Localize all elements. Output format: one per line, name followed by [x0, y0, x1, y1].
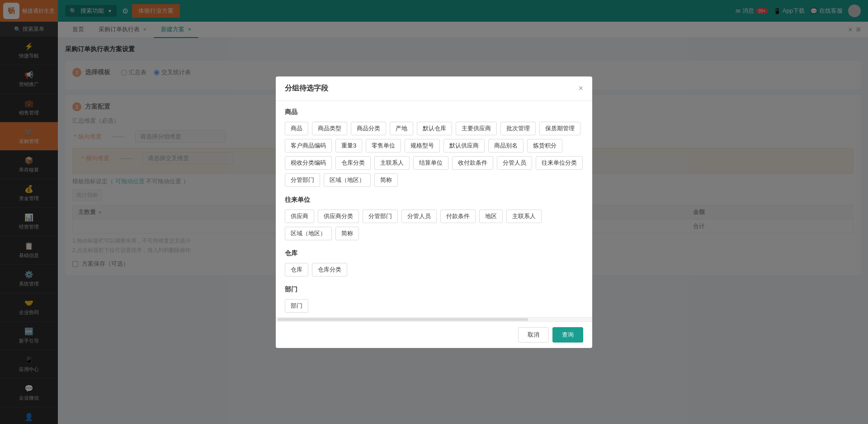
field-item[interactable]: 分管人员	[497, 156, 532, 170]
field-item[interactable]: 保质期管理	[539, 122, 580, 135]
modal: 分组待选字段 × 商品 商品 商品类型 商品分类 产地 默认仓库 主要供应商 批…	[276, 76, 592, 348]
field-item[interactable]: 重量3	[335, 139, 362, 152]
field-item[interactable]: 往来单位分类	[536, 156, 583, 170]
field-item[interactable]: 主联系人	[506, 210, 542, 223]
field-item[interactable]: 默认仓库	[417, 122, 452, 135]
field-item[interactable]: 商品别名	[488, 139, 524, 152]
modal-close-button[interactable]: ×	[578, 84, 583, 93]
scrollbar-thumb-h	[278, 318, 528, 321]
field-item[interactable]: 仓库分类	[335, 156, 371, 170]
modal-title: 分组待选字段	[285, 84, 328, 93]
field-item[interactable]: 部门	[285, 299, 308, 313]
field-item[interactable]: 批次管理	[500, 122, 536, 135]
field-item[interactable]: 分管人员	[401, 210, 437, 223]
field-items-department: 部门	[285, 299, 583, 313]
field-group-warehouse-title: 仓库	[285, 249, 583, 257]
field-group-partner: 往来单位 供应商 供应商分类 分管部门 分管人员 付款条件 地区 主联系人 区域…	[285, 196, 583, 240]
field-item[interactable]: 结算单位	[413, 156, 448, 170]
field-item[interactable]: 商品分类	[351, 122, 386, 135]
field-item[interactable]: 产地	[390, 122, 413, 135]
modal-header: 分组待选字段 ×	[276, 76, 592, 101]
field-item[interactable]: 简称	[374, 173, 398, 187]
field-item[interactable]: 收付款条件	[452, 156, 493, 170]
modal-body: 商品 商品 商品类型 商品分类 产地 默认仓库 主要供应商 批次管理 保质期管理…	[276, 101, 592, 318]
field-item[interactable]: 分管部门	[285, 173, 320, 187]
field-item[interactable]: 主联系人	[374, 156, 410, 170]
field-item[interactable]: 规格型号	[405, 139, 440, 152]
field-item[interactable]: 主要供应商	[456, 122, 497, 135]
field-item[interactable]: 付款条件	[440, 210, 476, 223]
field-item[interactable]: 税收分类编码	[285, 156, 332, 170]
modal-overlay: 分组待选字段 × 商品 商品 商品类型 商品分类 产地 默认仓库 主要供应商 批…	[0, 0, 868, 424]
field-item[interactable]: 供应商	[285, 210, 314, 223]
field-item[interactable]: 默认供应商	[443, 139, 485, 152]
field-group-partner-title: 往来单位	[285, 196, 583, 204]
field-item[interactable]: 零售单位	[366, 139, 401, 152]
field-item[interactable]: 客户商品编码	[285, 139, 332, 152]
field-items-goods: 商品 商品类型 商品分类 产地 默认仓库 主要供应商 批次管理 保质期管理 客户…	[285, 122, 583, 187]
modal-scrollbar-h[interactable]	[276, 317, 592, 321]
field-group-goods-title: 商品	[285, 108, 583, 116]
field-items-warehouse: 仓库 仓库分类	[285, 263, 583, 276]
field-item[interactable]: 区域（地区）	[285, 227, 332, 240]
field-group-department-title: 部门	[285, 286, 583, 294]
field-group-warehouse: 仓库 仓库 仓库分类	[285, 249, 583, 276]
field-item[interactable]: 仓库分类	[312, 263, 347, 276]
field-item[interactable]: 仓库	[285, 263, 308, 276]
field-group-goods: 商品 商品 商品类型 商品分类 产地 默认仓库 主要供应商 批次管理 保质期管理…	[285, 108, 583, 187]
field-items-partner: 供应商 供应商分类 分管部门 分管人员 付款条件 地区 主联系人 区域（地区） …	[285, 210, 583, 240]
field-item[interactable]: 地区	[479, 210, 503, 223]
field-group-department: 部门 部门	[285, 286, 583, 313]
field-item[interactable]: 区域（地区）	[324, 173, 371, 187]
field-item[interactable]: 炼货积分	[527, 139, 562, 152]
field-item[interactable]: 供应商分类	[318, 210, 359, 223]
field-item[interactable]: 商品	[285, 122, 308, 135]
field-item[interactable]: 分管部门	[363, 210, 398, 223]
field-item[interactable]: 简称	[335, 227, 359, 240]
cancel-button[interactable]: 取消	[518, 327, 549, 343]
modal-footer: 取消 查询	[276, 321, 592, 348]
confirm-button[interactable]: 查询	[552, 327, 583, 343]
field-item[interactable]: 商品类型	[312, 122, 347, 135]
